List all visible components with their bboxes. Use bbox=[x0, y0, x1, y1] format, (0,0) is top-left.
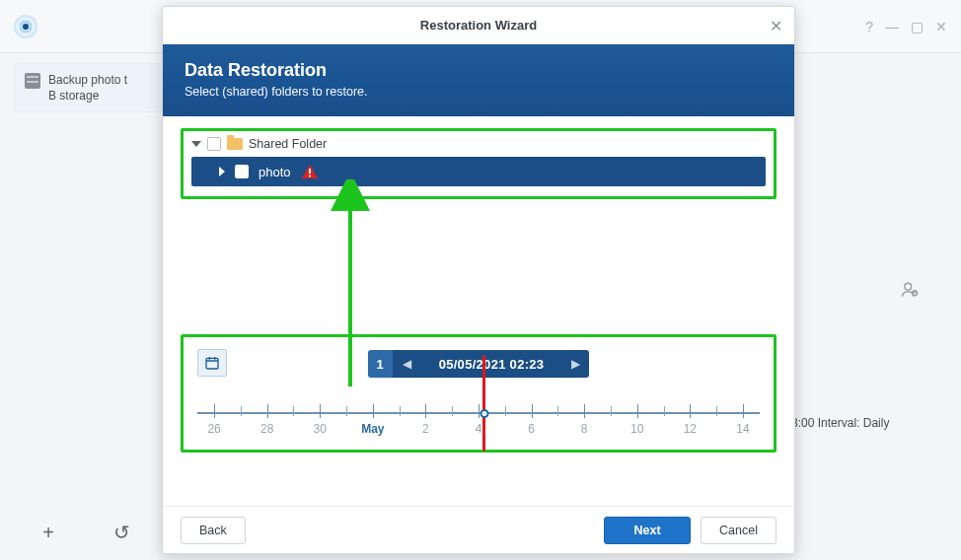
tick-minor bbox=[716, 406, 717, 416]
tick bbox=[267, 404, 268, 418]
tree-row-label: photo bbox=[259, 165, 291, 179]
history-button[interactable]: ↺ bbox=[99, 517, 144, 548]
selected-version-label[interactable]: 05/05/2021 02:23 bbox=[421, 350, 562, 378]
tick bbox=[584, 404, 585, 418]
tick-label: 4 bbox=[476, 422, 482, 436]
tick bbox=[373, 404, 374, 418]
tick-label: 28 bbox=[260, 422, 273, 436]
svg-point-0 bbox=[905, 283, 912, 290]
chevron-down-icon[interactable] bbox=[191, 141, 201, 147]
dialog-body: Shared Folder photo bbox=[163, 116, 794, 506]
cancel-button[interactable]: Cancel bbox=[701, 517, 776, 544]
dialog-footer: Back Next Cancel bbox=[163, 506, 794, 553]
tick-label: 26 bbox=[207, 422, 220, 436]
banner-heading: Data Restoration bbox=[185, 60, 773, 81]
prev-version-button[interactable]: ◀ bbox=[394, 350, 421, 378]
parent-bottom-toolbar: + ↺ bbox=[14, 509, 156, 556]
tick-label: 10 bbox=[630, 422, 643, 436]
tick-label: 30 bbox=[314, 422, 327, 436]
version-count: 1 bbox=[368, 350, 394, 378]
tick-minor bbox=[293, 406, 294, 416]
tick-minor bbox=[241, 406, 242, 416]
version-picker: 1 ◀ 05/05/2021 02:23 ▶ bbox=[368, 350, 590, 378]
task-item-label: Backup photo t B storage bbox=[48, 72, 127, 104]
maximize-icon[interactable]: ▢ bbox=[911, 19, 924, 35]
tick bbox=[425, 404, 426, 418]
tick-minor bbox=[400, 406, 401, 416]
tick-label: 12 bbox=[684, 422, 697, 436]
dialog-banner: Data Restoration Select (shared) folders… bbox=[163, 44, 794, 116]
tick-label: 8 bbox=[581, 422, 588, 436]
tick bbox=[690, 404, 691, 418]
window-controls: ? — ▢ ✕ bbox=[865, 19, 947, 35]
back-button[interactable]: Back bbox=[181, 517, 246, 544]
app-brand-icon bbox=[14, 15, 37, 38]
timeline-controls: 1 ◀ 05/05/2021 02:23 ▶ bbox=[197, 349, 760, 379]
tick-label: 2 bbox=[422, 422, 429, 436]
row-checkbox[interactable] bbox=[235, 165, 249, 178]
app-canvas: ? — ▢ ✕ Backup photo t B storage 3:00 In… bbox=[0, 0, 961, 560]
dialog-titlebar: Restoration Wizard ✕ bbox=[163, 7, 794, 44]
tree-root-label: Shared Folder bbox=[249, 137, 327, 151]
tick bbox=[532, 404, 533, 418]
chevron-right-icon[interactable] bbox=[219, 167, 225, 176]
tick-minor bbox=[505, 406, 506, 416]
help-icon[interactable]: ? bbox=[865, 19, 873, 35]
banner-subheading: Select (shared) folders to restore. bbox=[185, 85, 773, 99]
dialog-close-icon[interactable]: ✕ bbox=[770, 17, 782, 35]
tree-root-row[interactable]: Shared Folder bbox=[191, 137, 766, 151]
schedule-summary-fragment: 3:00 Interval: Daily bbox=[791, 416, 949, 430]
minimize-icon[interactable]: — bbox=[885, 19, 899, 35]
folder-icon bbox=[227, 138, 243, 150]
root-checkbox[interactable] bbox=[207, 137, 221, 151]
tick-minor bbox=[452, 406, 453, 416]
next-version-button[interactable]: ▶ bbox=[561, 350, 589, 378]
calendar-storage-icon bbox=[25, 73, 40, 89]
backup-task-list: Backup photo t B storage bbox=[14, 63, 182, 112]
restoration-wizard-dialog: Restoration Wizard ✕ Data Restoration Se… bbox=[162, 6, 795, 554]
calendar-button[interactable] bbox=[197, 349, 227, 377]
tick-label: 14 bbox=[736, 422, 749, 436]
dialog-title: Restoration Wizard bbox=[420, 18, 537, 33]
next-button[interactable]: Next bbox=[604, 517, 691, 544]
tick-label: May bbox=[361, 422, 384, 436]
tick-minor bbox=[557, 406, 558, 416]
task-item[interactable]: Backup photo t B storage bbox=[14, 63, 182, 112]
tick bbox=[637, 404, 638, 418]
timeline-axis[interactable]: 262830May2468101214 bbox=[197, 400, 760, 446]
svg-rect-5 bbox=[206, 358, 218, 369]
tick bbox=[743, 404, 744, 418]
tick bbox=[320, 404, 321, 418]
timeline-marker-dot[interactable] bbox=[480, 409, 488, 418]
tick-minor bbox=[664, 406, 665, 416]
tick-minor bbox=[611, 406, 612, 416]
tick-label: 6 bbox=[528, 422, 535, 436]
close-icon[interactable]: ✕ bbox=[935, 19, 947, 35]
folder-tree-highlight: Shared Folder photo bbox=[181, 128, 776, 199]
tick bbox=[214, 404, 215, 418]
tree-row-photo[interactable]: photo bbox=[191, 157, 766, 186]
tick-minor bbox=[346, 406, 347, 416]
svg-rect-2 bbox=[309, 169, 311, 174]
svg-rect-3 bbox=[309, 175, 311, 177]
add-task-button[interactable]: + bbox=[26, 517, 71, 548]
warning-icon bbox=[301, 164, 319, 179]
timeline-marker-line[interactable] bbox=[482, 355, 485, 452]
userlock-icon[interactable] bbox=[900, 280, 920, 303]
timeline-highlight: 1 ◀ 05/05/2021 02:23 ▶ 262830May24681012… bbox=[181, 334, 776, 453]
